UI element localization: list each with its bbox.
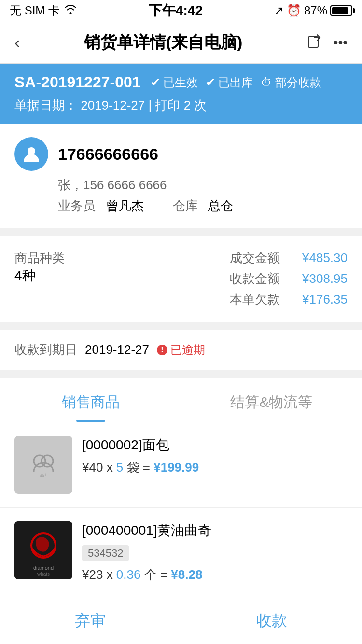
warehouse-label: 仓库 [173, 198, 198, 213]
owed-label: 本单欠款 [230, 291, 280, 308]
product-total-1: ¥199.99 [153, 460, 199, 475]
summary-card: 商品种类 4种 成交金额 ¥485.30 收款金额 ¥308.95 本单欠款 ¥… [0, 236, 362, 322]
tabs-row: 销售商品 结算&物流等 [0, 378, 362, 422]
order-id: SA-20191227-001 [14, 73, 141, 91]
svg-text:whats: whats [37, 572, 50, 577]
avatar [14, 137, 48, 171]
customer-card: 17666666666 张，156 6666 6666 业务员 曾凡杰 仓库 总… [0, 124, 362, 228]
status-bar-left: 无 SIM 卡 [10, 3, 77, 18]
page-title: 销货单详情(来自电脑) [84, 31, 243, 54]
bottom-bar: 弃审 收款 [0, 597, 362, 644]
transaction-value: ¥485.30 [290, 251, 348, 266]
transaction-label: 成交金额 [230, 250, 280, 266]
due-date-value: 2019-12-27 [85, 342, 149, 357]
product-price-2: ¥23 x 0.36 个 = ¥8.28 [82, 566, 348, 583]
owed-value: ¥176.35 [290, 292, 348, 307]
share-icon[interactable] [306, 32, 324, 53]
clock-icon: ⏱ [261, 76, 272, 89]
status-bar-right: ↗ ⏰ 87% [274, 4, 352, 17]
product-info-1: [0000002]面包 ¥40 x 5 袋 = ¥199.99 [82, 436, 348, 476]
battery-icon [330, 5, 352, 16]
check-icon-2: ✔ [206, 76, 215, 89]
received-value: ¥308.95 [290, 271, 348, 286]
product-qty-2: 0.36 [116, 567, 141, 582]
product-name-1: [0000002]面包 [82, 436, 348, 454]
confirm-button[interactable]: 收款 [181, 597, 362, 644]
product-thumbnail-2: diamond whats [14, 521, 72, 579]
customer-meta: 业务员 曾凡杰 仓库 总仓 [58, 197, 348, 214]
check-icon-1: ✔ [151, 76, 160, 89]
overdue-icon: ! [157, 345, 167, 355]
product-type-label: 商品种类 [14, 250, 65, 266]
nav-bar: ‹ 销货单详情(来自电脑) ••• [0, 21, 362, 64]
customer-phone: 17666666666 [58, 145, 158, 164]
customer-name-phone: 张，156 6666 6666 [58, 177, 348, 194]
wifi-icon [64, 4, 77, 17]
svg-rect-0 [308, 37, 318, 47]
order-date-info: 单据日期： 2019-12-27 | 打印 2 次 [14, 97, 348, 114]
alarm-icon: ⏰ [287, 4, 301, 17]
warehouse-value: 总仓 [208, 198, 233, 213]
product-price-1: ¥40 x 5 袋 = ¥199.99 [82, 459, 348, 476]
location-icon: ↗ [274, 4, 284, 17]
tab-sales-products[interactable]: 销售商品 [0, 378, 181, 422]
order-status-tags: ✔ 已生效 ✔ 已出库 ⏱ 部分收款 [151, 75, 321, 90]
product-qty-1: 5 [116, 460, 123, 475]
due-date-card: 收款到期日 2019-12-27 ! 已逾期 [0, 330, 362, 370]
back-button[interactable]: ‹ [14, 33, 20, 52]
list-item: diamond whats [000400001]黄油曲奇 534532 ¥23… [0, 508, 362, 597]
tab-settlement-logistics[interactable]: 结算&物流等 [181, 378, 362, 422]
carrier-label: 无 SIM 卡 [10, 3, 60, 18]
product-name-2: [000400001]黄油曲奇 [82, 521, 348, 540]
product-thumbnail-1: 品+ [14, 436, 72, 494]
product-batch-2: 534532 [82, 545, 129, 561]
svg-point-3 [42, 455, 53, 467]
status-effective: ✔ 已生效 [151, 75, 198, 90]
overdue-badge: ! 已逾期 [157, 342, 205, 358]
product-list: 品+ [0000002]面包 ¥40 x 5 袋 = ¥199.99 [0, 422, 362, 597]
svg-text:品+: 品+ [40, 472, 47, 477]
svg-point-1 [28, 147, 35, 155]
product-total-2: ¥8.28 [171, 567, 202, 582]
status-partial-payment: ⏱ 部分收款 [261, 75, 321, 90]
status-shipped: ✔ 已出库 [206, 75, 253, 90]
status-bar-time: 下午4:42 [149, 1, 203, 20]
nav-actions: ••• [306, 32, 348, 53]
overdue-text: 已逾期 [170, 342, 205, 358]
battery-percentage: 87% [304, 4, 327, 17]
sales-value: 曾凡杰 [106, 198, 144, 213]
svg-text:diamond: diamond [33, 565, 54, 571]
product-info-2: [000400001]黄油曲奇 534532 ¥23 x 0.36 个 = ¥8… [82, 521, 348, 583]
sales-label: 业务员 [58, 198, 96, 213]
financial-summary: 成交金额 ¥485.30 收款金额 ¥308.95 本单欠款 ¥176.35 [230, 250, 348, 308]
list-item: 品+ [0000002]面包 ¥40 x 5 袋 = ¥199.99 [0, 422, 362, 508]
received-label: 收款金额 [230, 270, 280, 287]
product-type-summary: 商品种类 4种 [14, 250, 65, 308]
order-header: SA-20191227-001 ✔ 已生效 ✔ 已出库 ⏱ 部分收款 单据日期：… [0, 64, 362, 124]
cancel-button[interactable]: 弃审 [0, 597, 181, 644]
status-bar: 无 SIM 卡 下午4:42 ↗ ⏰ 87% [0, 0, 362, 21]
more-icon[interactable]: ••• [334, 35, 348, 50]
due-date-label: 收款到期日 [14, 341, 77, 358]
tabs-container: 销售商品 结算&物流等 品+ [0000002]面包 [0, 378, 362, 597]
product-type-value: 4种 [14, 266, 65, 285]
